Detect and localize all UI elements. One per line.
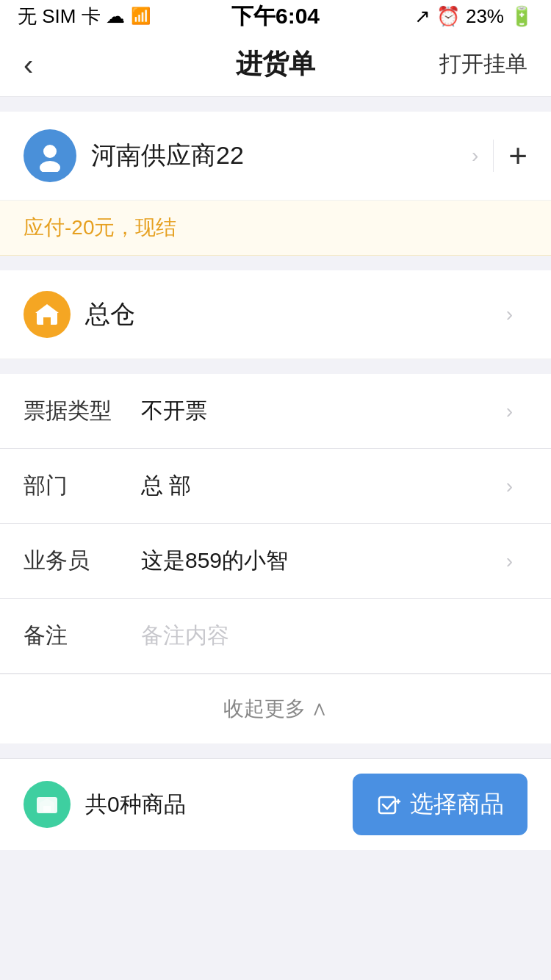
warehouse-name: 总仓 bbox=[85, 298, 506, 331]
alarm-icon: ⏰ bbox=[436, 5, 460, 28]
svg-rect-4 bbox=[43, 317, 51, 325]
battery-icon: 🔋 bbox=[510, 5, 533, 28]
form-card: 票据类型 不开票 › 部门 总 部 › 业务员 这是859的小智 › 备注 备注… bbox=[0, 374, 551, 743]
back-button[interactable]: ‹ bbox=[24, 50, 33, 79]
svg-rect-6 bbox=[43, 806, 51, 812]
remark-placeholder[interactable]: 备注内容 bbox=[141, 621, 527, 651]
staff-label: 业务员 bbox=[24, 546, 126, 576]
remark-row[interactable]: 备注 备注内容 bbox=[0, 599, 551, 674]
add-supplier-button[interactable]: + bbox=[493, 140, 527, 172]
battery-percent: 23% bbox=[466, 5, 504, 28]
status-time: 下午6:04 bbox=[231, 1, 320, 32]
staff-value: 这是859的小智 bbox=[141, 546, 506, 576]
location-icon: ↗ bbox=[414, 5, 431, 28]
status-left: 无 SIM 卡 ☁ 📶 bbox=[18, 4, 151, 29]
supplier-card: 河南供应商22 › + 应付-20元，现结 bbox=[0, 112, 551, 256]
collapse-button[interactable]: 收起更多 ∧ bbox=[0, 674, 551, 743]
nav-bar: ‹ 进货单 打开挂单 bbox=[0, 32, 551, 97]
staff-chevron-icon: › bbox=[506, 550, 513, 573]
warehouse-icon bbox=[24, 291, 71, 338]
department-chevron-icon: › bbox=[506, 475, 513, 498]
svg-rect-7 bbox=[379, 797, 395, 813]
supplier-avatar bbox=[24, 129, 76, 182]
invoice-type-row[interactable]: 票据类型 不开票 › bbox=[0, 374, 551, 449]
department-value: 总 部 bbox=[141, 471, 506, 501]
remark-label: 备注 bbox=[24, 621, 126, 651]
section-gap-1 bbox=[0, 97, 551, 112]
select-product-icon bbox=[376, 791, 403, 818]
notice-banner: 应付-20元，现结 bbox=[0, 201, 551, 256]
invoice-type-value: 不开票 bbox=[141, 396, 506, 426]
collapse-label: 收起更多 ∧ bbox=[223, 697, 328, 720]
supplier-row[interactable]: 河南供应商22 › + bbox=[0, 112, 551, 201]
invoice-chevron-icon: › bbox=[506, 400, 513, 423]
status-right: ↗ ⏰ 23% 🔋 bbox=[414, 5, 533, 28]
svg-point-0 bbox=[43, 145, 57, 158]
sim-label: 无 SIM 卡 ☁ bbox=[18, 4, 125, 29]
warehouse-chevron-icon: › bbox=[506, 303, 513, 326]
invoice-type-label: 票据类型 bbox=[24, 396, 126, 426]
department-label: 部门 bbox=[24, 471, 126, 501]
product-count: 共0种商品 bbox=[85, 790, 338, 820]
supplier-name: 河南供应商22 bbox=[91, 139, 472, 173]
warehouse-row[interactable]: 总仓 › bbox=[0, 270, 551, 359]
supplier-chevron-icon: › bbox=[472, 144, 478, 167]
product-icon bbox=[24, 781, 71, 828]
svg-marker-3 bbox=[35, 304, 59, 313]
page-title: 进货单 bbox=[236, 46, 315, 82]
select-product-label: 选择商品 bbox=[410, 788, 504, 821]
status-bar: 无 SIM 卡 ☁ 📶 下午6:04 ↗ ⏰ 23% 🔋 bbox=[0, 0, 551, 32]
svg-point-1 bbox=[40, 161, 60, 172]
bottom-bar: 共0种商品 选择商品 bbox=[0, 758, 551, 850]
section-gap-2 bbox=[0, 256, 551, 270]
department-row[interactable]: 部门 总 部 › bbox=[0, 449, 551, 524]
section-gap-3 bbox=[0, 359, 551, 374]
page-background bbox=[0, 850, 551, 980]
staff-row[interactable]: 业务员 这是859的小智 › bbox=[0, 524, 551, 599]
select-product-button[interactable]: 选择商品 bbox=[353, 774, 527, 835]
wifi-icon: 📶 bbox=[131, 7, 151, 26]
open-pending-button[interactable]: 打开挂单 bbox=[439, 49, 527, 79]
